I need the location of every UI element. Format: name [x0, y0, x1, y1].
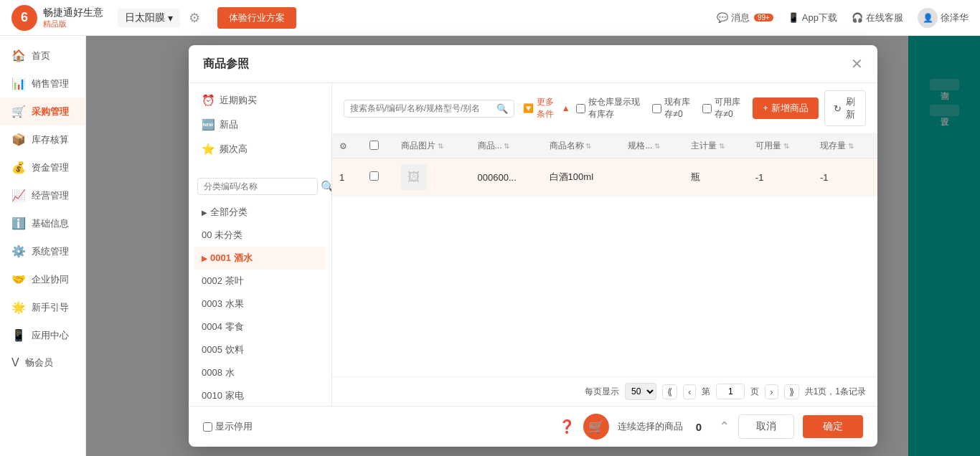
filter-icon: 🔽	[523, 103, 534, 113]
product-thumbnail: 🖼	[401, 164, 427, 190]
business-icon: 📈	[11, 189, 26, 202]
category-item-fruit[interactable]: 0003 水果	[194, 293, 326, 315]
confirm-btn[interactable]: 确定	[803, 415, 863, 438]
category-item-all[interactable]: ▶ 全部分类	[194, 201, 326, 224]
th-settings[interactable]: ⚙	[332, 134, 362, 158]
category-item-water[interactable]: 0008 水	[194, 361, 326, 384]
th-stock[interactable]: 现存量	[813, 134, 877, 158]
product-table-wrap: ⚙ 商品图片 商品... 商品名称 规格... 主计量 可用量 现存量	[332, 134, 877, 376]
tab-recent-purchase[interactable]: ⏰ 近期购买	[194, 89, 326, 112]
basic-icon: ℹ️	[11, 217, 26, 230]
th-checkbox[interactable]	[362, 134, 395, 158]
sidebar-item-finance[interactable]: 💰 资金管理	[0, 153, 85, 181]
member-icon: V	[11, 356, 19, 369]
sidebar-item-guide[interactable]: 🌟 新手引导	[0, 293, 85, 321]
top-navbar: 6 畅捷通好生意 精品版 日太阳膜 ▾ ⚙ 体验行业方案 💬 消息 99+ 📱 …	[0, 0, 980, 36]
category-item-tea[interactable]: 0002 茶叶	[194, 270, 326, 293]
category-item-snack[interactable]: 0004 零食	[194, 315, 326, 338]
category-search-input[interactable]	[197, 178, 318, 195]
sidebar-item-inventory[interactable]: 📦 库存核算	[0, 125, 85, 153]
content-area: 商品参照 ✕ ⏰ 近期购买 🆕	[86, 36, 980, 456]
modal-body: ⏰ 近期购买 🆕 新品 ⭐ 频次高	[189, 83, 877, 406]
checkbox-warehouse-stock[interactable]: 按仓库显示现有库存	[576, 96, 647, 120]
search-icon[interactable]: 🔍	[496, 103, 508, 114]
help-icon[interactable]: ❓	[559, 419, 575, 434]
checkbox-current-stock[interactable]: 现有库存≠0	[652, 96, 697, 120]
headset-icon: 🎧	[852, 12, 863, 23]
table-row[interactable]: 1 🖼 000600... 白酒100ml 瓶	[332, 158, 877, 196]
sidebar-item-enterprise[interactable]: 🤝 企业协同	[0, 265, 85, 293]
product-search-box: 🔍	[344, 100, 514, 118]
purchase-icon: 🛒	[11, 105, 26, 118]
app-download-btn[interactable]: 📱 App下载	[788, 11, 837, 24]
sidebar-item-business[interactable]: 📈 经营管理	[0, 181, 85, 209]
th-unit[interactable]: 主计量	[684, 134, 748, 158]
th-spec[interactable]: 规格...	[621, 134, 683, 158]
category-search-icon[interactable]: 🔍	[321, 180, 332, 194]
td-stock: -1	[813, 158, 877, 196]
last-page-btn[interactable]: ⟫	[784, 384, 799, 399]
prev-page-btn[interactable]: ‹	[683, 384, 696, 399]
per-page-select[interactable]: 50	[625, 383, 656, 400]
product-search-input[interactable]	[350, 103, 494, 113]
phone-icon: 📱	[788, 12, 799, 23]
category-item-uncategorized[interactable]: 00 未分类	[194, 224, 326, 247]
sidebar-item-home[interactable]: 🏠 首页	[0, 42, 85, 70]
cart-icon[interactable]: 🛒	[583, 414, 609, 440]
sidebar-item-basic[interactable]: ℹ️ 基础信息	[0, 209, 85, 237]
checkbox-available-stock[interactable]: 可用库存≠0	[702, 96, 747, 120]
online-service-btn[interactable]: 🎧 在线客服	[852, 11, 903, 24]
trial-btn[interactable]: 体验行业方案	[217, 7, 296, 29]
th-name[interactable]: 商品名称	[542, 134, 621, 158]
logo-icon: 6	[11, 5, 37, 31]
sidebar-item-sales[interactable]: 📊 销售管理	[0, 70, 85, 98]
modal-header: 商品参照 ✕	[189, 45, 877, 83]
apps-icon: 📱	[11, 328, 26, 342]
inventory-icon: 📦	[11, 133, 26, 146]
tab-new-products[interactable]: 🆕 新品	[194, 113, 326, 136]
next-page-btn[interactable]: ›	[765, 384, 778, 399]
star-icon: ⭐	[202, 143, 215, 156]
refresh-btn[interactable]: ↻ 刷新	[824, 90, 866, 126]
show-disabled-checkbox[interactable]: 显示停用	[203, 420, 253, 433]
td-checkbox[interactable]	[362, 158, 395, 196]
th-image[interactable]: 商品图片	[394, 134, 470, 158]
page-input[interactable]	[716, 384, 745, 399]
product-table: ⚙ 商品图片 商品... 商品名称 规格... 主计量 可用量 现存量	[332, 134, 877, 196]
th-available[interactable]: 可用量	[748, 134, 813, 158]
system-icon: ⚙️	[11, 244, 26, 258]
td-name: 白酒100ml	[542, 158, 621, 196]
guide-icon: 🌟	[11, 300, 26, 314]
td-image: 🖼	[394, 158, 470, 196]
pagination: 每页显示 50 ⟪ ‹ 第 页 › ⟫ 共1页，1条记录	[332, 376, 877, 406]
sidebar: 🏠 首页 📊 销售管理 🛒 采购管理 📦 库存核算 💰 资金管理 📈 经营管理 …	[0, 36, 86, 456]
sidebar-item-apps[interactable]: 📱 应用中心	[0, 321, 85, 349]
quick-tabs: ⏰ 近期购买 🆕 新品 ⭐ 频次高	[189, 89, 331, 161]
first-page-btn[interactable]: ⟪	[662, 384, 677, 399]
category-item-beverage[interactable]: 0005 饮料	[194, 338, 326, 361]
category-item-appliance[interactable]: 0010 家电	[194, 384, 326, 406]
th-code[interactable]: 商品...	[471, 134, 542, 158]
collapse-icon[interactable]: ⌃	[719, 419, 730, 434]
more-filters-btn[interactable]: 🔽 更多条件 ▲	[523, 96, 570, 120]
category-item-liquor[interactable]: ▶ 0001 酒水	[194, 247, 326, 270]
main-layout: 🏠 首页 📊 销售管理 🛒 采购管理 📦 库存核算 💰 资金管理 📈 经营管理 …	[0, 36, 980, 456]
sidebar-item-purchase[interactable]: 🛒 采购管理	[0, 98, 85, 125]
table-header-row: ⚙ 商品图片 商品... 商品名称 规格... 主计量 可用量 现存量	[332, 134, 877, 158]
modal-right-panel: 🔍 🔽 更多条件 ▲ 按仓库显示现有库存	[332, 83, 877, 406]
modal-footer: 显示停用 ❓ 🛒 连续选择的商品 0 ⌃ 取消 确定	[189, 406, 877, 447]
sidebar-item-member[interactable]: V 畅会员	[0, 349, 85, 376]
settings-icon[interactable]: ⚙	[189, 10, 200, 26]
nav-right: 💬 消息 99+ 📱 App下载 🎧 在线客服 👤 徐泽华	[717, 8, 969, 28]
modal-title: 商品参照	[203, 57, 249, 72]
tab-frequent[interactable]: ⭐ 频次高	[194, 138, 326, 161]
add-product-btn[interactable]: + 新增商品	[753, 98, 818, 119]
category-search-row: 🔍	[189, 172, 331, 201]
nav-store-select[interactable]: 日太阳膜 ▾	[118, 9, 180, 27]
modal-close-btn[interactable]: ✕	[851, 55, 863, 72]
cancel-btn[interactable]: 取消	[738, 414, 794, 439]
sidebar-item-system[interactable]: ⚙️ 系统管理	[0, 237, 85, 265]
arrow-icon: ▶	[202, 209, 207, 217]
user-menu[interactable]: 👤 徐泽华	[918, 8, 969, 28]
message-btn[interactable]: 💬 消息 99+	[717, 11, 773, 24]
